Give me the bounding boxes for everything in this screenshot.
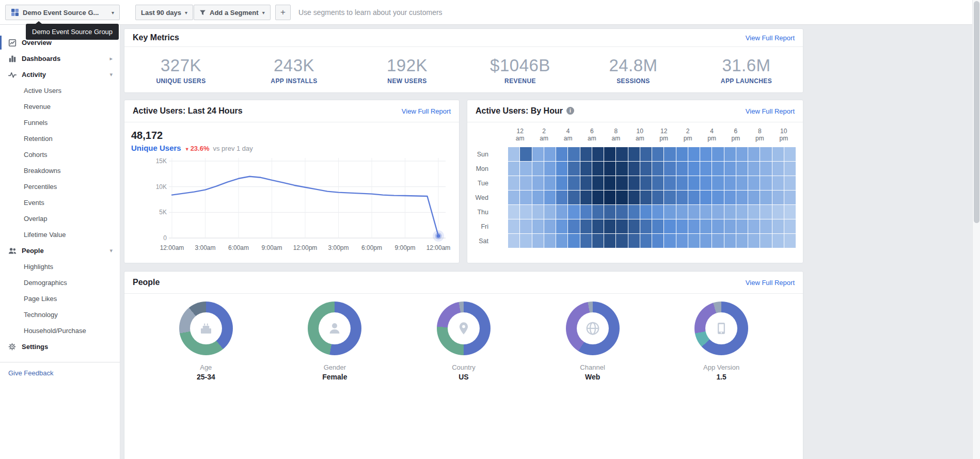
- heatmap-cell[interactable]: [520, 205, 531, 219]
- heatmap-cell[interactable]: [556, 234, 567, 248]
- heatmap-cell[interactable]: [688, 147, 700, 161]
- heatmap-cell[interactable]: [592, 219, 604, 233]
- heatmap-cell[interactable]: [724, 234, 736, 248]
- heatmap-cell[interactable]: [568, 191, 579, 204]
- heatmap-cell[interactable]: [676, 205, 688, 219]
- heatmap-cell[interactable]: [724, 191, 736, 204]
- heatmap-cell[interactable]: [712, 191, 723, 204]
- heatmap-cell[interactable]: [604, 191, 615, 204]
- sidebar-item-active-users[interactable]: Active Users: [0, 83, 120, 99]
- heatmap-cell[interactable]: [748, 176, 760, 190]
- heatmap-cell[interactable]: [520, 147, 531, 161]
- heatmap-cell[interactable]: [532, 191, 544, 204]
- heatmap-cell[interactable]: [556, 205, 567, 219]
- heatmap-cell[interactable]: [604, 176, 615, 190]
- heatmap-cell[interactable]: [760, 191, 771, 204]
- people-breakdown-app-version[interactable]: App Version1.5: [657, 302, 786, 381]
- heatmap-cell[interactable]: [724, 147, 736, 161]
- heatmap-cell[interactable]: [592, 191, 604, 204]
- sidebar-item-technology[interactable]: Technology: [0, 307, 120, 323]
- sidebar-item-breakdowns[interactable]: Breakdowns: [0, 163, 120, 179]
- heatmap-cell[interactable]: [628, 176, 640, 190]
- heatmap-cell[interactable]: [580, 205, 592, 219]
- heatmap-cell[interactable]: [520, 162, 531, 176]
- heatmap-cell[interactable]: [508, 176, 519, 190]
- sidebar-item-overlap[interactable]: Overlap: [0, 211, 120, 227]
- sidebar-item-cohorts[interactable]: Cohorts: [0, 147, 120, 163]
- heatmap-cell[interactable]: [640, 205, 652, 219]
- people-breakdown-channel[interactable]: ChannelWeb: [528, 302, 657, 381]
- people-breakdown-country[interactable]: CountryUS: [399, 302, 528, 381]
- scrollbar-thumb[interactable]: [974, 1, 979, 223]
- sidebar-item-settings[interactable]: Settings: [0, 339, 120, 355]
- sidebar-item-demographics[interactable]: Demographics: [0, 275, 120, 291]
- heatmap-cell[interactable]: [700, 162, 712, 176]
- heatmap-cell[interactable]: [676, 191, 688, 204]
- heatmap-cell[interactable]: [676, 234, 688, 248]
- heatmap-cell[interactable]: [652, 147, 663, 161]
- heatmap-cell[interactable]: [688, 219, 700, 233]
- metric-new-users[interactable]: 192KNEW USERS: [351, 56, 464, 85]
- heatmap-cell[interactable]: [700, 219, 712, 233]
- heatmap-cell[interactable]: [568, 219, 579, 233]
- heatmap-cell[interactable]: [664, 234, 675, 248]
- heatmap-cell[interactable]: [508, 219, 519, 233]
- sidebar-item-revenue[interactable]: Revenue: [0, 99, 120, 115]
- heatmap-cell[interactable]: [580, 191, 592, 204]
- heatmap-cell[interactable]: [688, 234, 700, 248]
- heatmap-cell[interactable]: [568, 162, 579, 176]
- heatmap-cell[interactable]: [544, 162, 556, 176]
- heatmap-cell[interactable]: [568, 176, 579, 190]
- heatmap-cell[interactable]: [664, 176, 675, 190]
- heatmap-cell[interactable]: [532, 162, 544, 176]
- heatmap-cell[interactable]: [616, 176, 627, 190]
- heatmap-cell[interactable]: [604, 234, 615, 248]
- heatmap-cell[interactable]: [724, 176, 736, 190]
- heatmap-cell[interactable]: [712, 147, 723, 161]
- heatmap-cell[interactable]: [640, 147, 652, 161]
- heatmap-cell[interactable]: [628, 234, 640, 248]
- heatmap-cell[interactable]: [760, 219, 771, 233]
- heatmap-cell[interactable]: [508, 147, 519, 161]
- heatmap-cell[interactable]: [664, 191, 675, 204]
- heatmap-cell[interactable]: [772, 234, 784, 248]
- heatmap-cell[interactable]: [760, 234, 771, 248]
- heatmap-cell[interactable]: [724, 205, 736, 219]
- sidebar-item-dashboards[interactable]: Dashboards▸: [0, 51, 120, 67]
- heatmap-cell[interactable]: [544, 234, 556, 248]
- heatmap-cell[interactable]: [544, 147, 556, 161]
- heatmap-cell[interactable]: [736, 191, 748, 204]
- heatmap-cell[interactable]: [772, 147, 784, 161]
- heatmap-cell[interactable]: [544, 191, 556, 204]
- heatmap-cell[interactable]: [700, 147, 712, 161]
- heatmap-cell[interactable]: [640, 191, 652, 204]
- heatmap-cell[interactable]: [640, 219, 652, 233]
- heatmap-cell[interactable]: [712, 219, 723, 233]
- heatmap-cell[interactable]: [604, 205, 615, 219]
- active-users-24h-view-full-report-link[interactable]: View Full Report: [402, 107, 451, 115]
- heatmap-cell[interactable]: [628, 219, 640, 233]
- heatmap-cell[interactable]: [784, 219, 796, 233]
- heatmap-cell[interactable]: [568, 234, 579, 248]
- heatmap-cell[interactable]: [640, 176, 652, 190]
- sidebar-item-lifetime-value[interactable]: Lifetime Value: [0, 227, 120, 243]
- people-breakdown-gender[interactable]: GenderFemale: [271, 302, 400, 381]
- sidebar-item-activity[interactable]: Activity▾: [0, 67, 120, 83]
- heatmap-cell[interactable]: [736, 219, 748, 233]
- heatmap-cell[interactable]: [616, 162, 627, 176]
- app-version-donut-chart[interactable]: [694, 302, 748, 355]
- metric-sessions[interactable]: 24.8MSESSIONS: [577, 56, 690, 85]
- metric-revenue[interactable]: $1046BREVENUE: [464, 56, 577, 85]
- heatmap-cell[interactable]: [592, 234, 604, 248]
- age-donut-chart[interactable]: [179, 302, 233, 355]
- heatmap-cell[interactable]: [748, 205, 760, 219]
- heatmap-cell[interactable]: [616, 205, 627, 219]
- heatmap-cell[interactable]: [712, 176, 723, 190]
- heatmap-cell[interactable]: [508, 162, 519, 176]
- heatmap-cell[interactable]: [772, 191, 784, 204]
- heatmap-cell[interactable]: [784, 147, 796, 161]
- heatmap-cell[interactable]: [616, 147, 627, 161]
- sidebar-item-percentiles[interactable]: Percentiles: [0, 179, 120, 195]
- heatmap-cell[interactable]: [556, 147, 567, 161]
- heatmap-cell[interactable]: [712, 162, 723, 176]
